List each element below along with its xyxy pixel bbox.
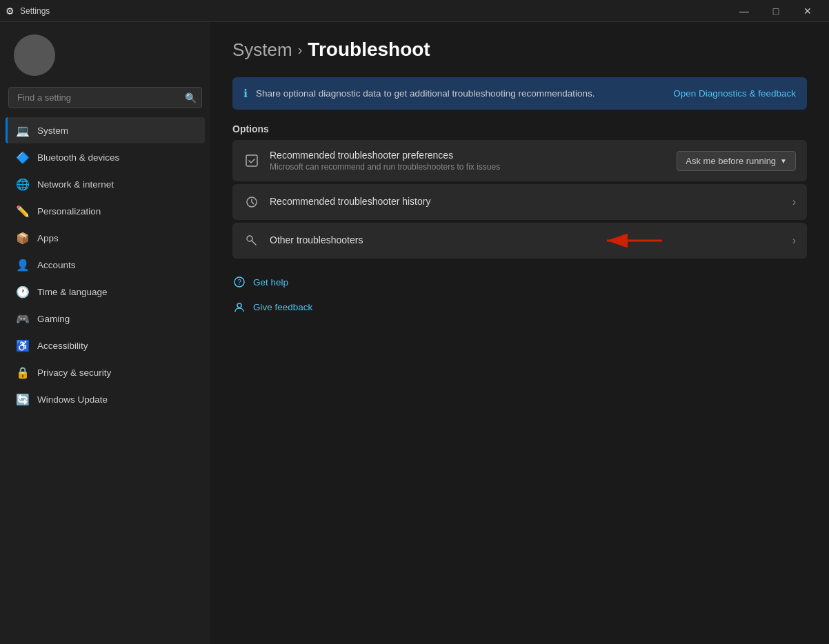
- titlebar-title: Settings: [20, 6, 50, 16]
- help-link-label-give-feedback: Give feedback: [253, 302, 312, 312]
- sidebar-item-gaming[interactable]: 🎮Gaming: [6, 305, 205, 332]
- sidebar-item-system[interactable]: 💻System: [6, 117, 205, 143]
- option-text-recommended-history: Recommended troubleshooter history: [270, 196, 783, 208]
- dropdown-button-recommended-prefs[interactable]: Ask me before running▼: [677, 151, 796, 171]
- maximize-button[interactable]: □: [760, 0, 792, 22]
- breadcrumb-parent[interactable]: System: [232, 39, 292, 61]
- sidebar-item-update[interactable]: 🔄Windows Update: [6, 386, 205, 412]
- option-card-other-troubleshooters[interactable]: Other troubleshooters›: [232, 223, 807, 259]
- chevron-right-icon-recommended-history: ›: [792, 196, 796, 208]
- apps-icon: 📦: [17, 232, 29, 244]
- sidebar-item-label-privacy: Privacy & security: [37, 368, 111, 378]
- sidebar-item-label-network: Network & internet: [37, 179, 114, 190]
- sidebar-item-accounts[interactable]: 👤Accounts: [6, 252, 205, 278]
- settings-icon: ⚙: [6, 6, 14, 17]
- sidebar-item-label-update: Windows Update: [37, 394, 108, 405]
- gaming-icon: 🎮: [17, 312, 29, 325]
- option-desc-recommended-prefs: Microsoft can recommend and run troubles…: [270, 162, 667, 172]
- help-link-give-feedback[interactable]: Give feedback: [232, 297, 807, 316]
- info-banner-text: Share optional diagnostic data to get ad…: [256, 88, 595, 99]
- sidebar-item-time[interactable]: 🕐Time & language: [6, 279, 205, 305]
- sidebar-item-privacy[interactable]: 🔒Privacy & security: [6, 359, 205, 385]
- sidebar-item-label-bluetooth: Bluetooth & devices: [37, 152, 119, 163]
- option-icon-recommended-prefs: [243, 152, 260, 169]
- update-icon: 🔄: [17, 393, 29, 405]
- help-link-icon-give-feedback: [232, 300, 246, 314]
- privacy-icon: 🔒: [17, 366, 29, 379]
- search-input[interactable]: [8, 87, 202, 108]
- chevron-down-icon: ▼: [780, 157, 787, 165]
- titlebar: ⚙ Settings — □ ✕: [0, 0, 829, 22]
- titlebar-left: ⚙ Settings: [6, 6, 50, 17]
- option-title-recommended-prefs: Recommended troubleshooter preferences: [270, 150, 667, 161]
- search-box: 🔍: [8, 87, 202, 108]
- option-right-recommended-history: ›: [792, 196, 796, 208]
- option-right-other-troubleshooters: ›: [792, 234, 796, 247]
- options-section-title: Options: [232, 123, 807, 134]
- info-icon: ℹ: [243, 87, 248, 100]
- help-link-get-help[interactable]: ? Get help: [232, 272, 807, 292]
- option-icon-recommended-history: [243, 194, 260, 210]
- sidebar-item-apps[interactable]: 📦Apps: [6, 225, 205, 251]
- sidebar-item-label-system: System: [37, 125, 68, 136]
- sidebar-item-label-apps: Apps: [37, 233, 59, 243]
- sidebar-item-label-gaming: Gaming: [37, 314, 70, 324]
- option-card-recommended-history[interactable]: Recommended troubleshooter history›: [232, 184, 807, 220]
- time-icon: 🕐: [17, 285, 29, 298]
- option-text-recommended-prefs: Recommended troubleshooter preferencesMi…: [270, 150, 667, 172]
- sidebar: 🔍 💻System🔷Bluetooth & devices🌐Network & …: [0, 22, 210, 644]
- minimize-button[interactable]: —: [728, 0, 760, 22]
- search-icon: 🔍: [185, 92, 197, 103]
- sidebar-item-label-time: Time & language: [37, 287, 108, 297]
- dropdown-label-recommended-prefs: Ask me before running: [686, 156, 776, 166]
- sidebar-item-bluetooth[interactable]: 🔷Bluetooth & devices: [6, 144, 205, 170]
- svg-point-6: [237, 303, 241, 308]
- app-container: 🔍 💻System🔷Bluetooth & devices🌐Network & …: [0, 22, 829, 644]
- open-diagnostics-link[interactable]: Open Diagnostics & feedback: [673, 88, 796, 99]
- help-links-container: ? Get help Give feedback: [232, 272, 807, 316]
- accounts-icon: 👤: [17, 259, 29, 271]
- breadcrumb-separator: ›: [298, 42, 303, 58]
- option-title-recommended-history: Recommended troubleshooter history: [270, 196, 783, 207]
- option-title-other-troubleshooters: Other troubleshooters: [270, 234, 783, 245]
- accessibility-icon: ♿: [17, 339, 29, 352]
- breadcrumb-current: Troubleshoot: [308, 39, 430, 61]
- info-banner: ℹ Share optional diagnostic data to get …: [232, 77, 807, 110]
- avatar: [14, 34, 55, 76]
- system-icon: 💻: [17, 124, 29, 137]
- help-link-label-get-help: Get help: [253, 277, 288, 288]
- sidebar-item-network[interactable]: 🌐Network & internet: [6, 171, 205, 197]
- nav-container: 💻System🔷Bluetooth & devices🌐Network & in…: [0, 117, 210, 413]
- sidebar-item-label-accounts: Accounts: [37, 260, 76, 270]
- option-icon-other-troubleshooters: [243, 232, 260, 249]
- svg-rect-0: [246, 155, 257, 166]
- info-banner-left: ℹ Share optional diagnostic data to get …: [243, 87, 595, 100]
- chevron-right-icon-other-troubleshooters: ›: [792, 234, 796, 247]
- option-card-recommended-prefs[interactable]: Recommended troubleshooter preferencesMi…: [232, 140, 807, 181]
- sidebar-item-label-personalization: Personalization: [37, 206, 101, 217]
- breadcrumb: System › Troubleshoot: [232, 39, 807, 61]
- personalization-icon: ✏️: [17, 205, 29, 217]
- option-text-other-troubleshooters: Other troubleshooters: [270, 234, 783, 247]
- sidebar-item-label-accessibility: Accessibility: [37, 341, 88, 351]
- options-container: Recommended troubleshooter preferencesMi…: [232, 140, 807, 259]
- network-icon: 🌐: [17, 178, 29, 190]
- svg-text:?: ?: [237, 279, 241, 286]
- sidebar-item-personalization[interactable]: ✏️Personalization: [6, 198, 205, 224]
- close-button[interactable]: ✕: [792, 0, 823, 22]
- bluetooth-icon: 🔷: [17, 151, 29, 163]
- option-right-recommended-prefs: Ask me before running▼: [677, 151, 796, 171]
- titlebar-controls: — □ ✕: [728, 0, 823, 22]
- sidebar-item-accessibility[interactable]: ♿Accessibility: [6, 332, 205, 359]
- help-link-icon-get-help: ?: [232, 275, 246, 289]
- content-area: System › Troubleshoot ℹ Share optional d…: [210, 22, 829, 644]
